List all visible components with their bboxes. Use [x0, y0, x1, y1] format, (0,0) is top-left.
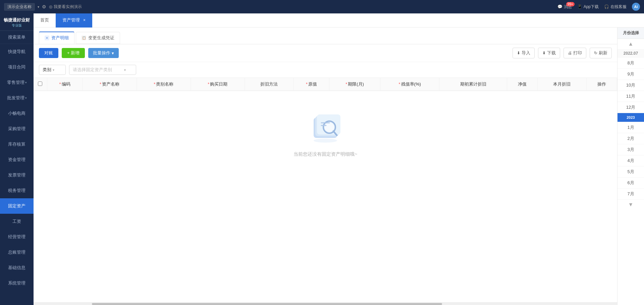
reconcile-button[interactable]: 对账 [39, 48, 58, 58]
month-selector-header: 月份选择 [618, 28, 644, 39]
user-avatar[interactable]: Ai [632, 3, 640, 11]
demo-link[interactable]: ◎ 我要看实例演示 [49, 4, 82, 10]
print-button[interactable]: 🖨 打印 [564, 48, 586, 58]
wholesale-mgmt-label: 批发管理 [7, 95, 24, 101]
month-item-nov[interactable]: 11月 [618, 91, 644, 102]
select-all-checkbox[interactable] [38, 82, 42, 86]
month-item-jul[interactable]: 7月 [618, 189, 644, 200]
empty-text: 当前您还没有固定资产明细哦~ [293, 151, 357, 157]
refresh-icon: ↻ [594, 51, 597, 55]
month-nav-up[interactable]: ▲ [618, 39, 644, 49]
demo-link-text: 我要看实例演示 [54, 4, 82, 10]
add-new-button[interactable]: + 新增 [62, 48, 85, 58]
company-dropdown-arrow[interactable]: ▾ [38, 5, 39, 9]
sidebar-item-search-menu[interactable]: 搜索菜单 [0, 31, 34, 44]
online-service-button[interactable]: 🎧 在线客服 [604, 4, 627, 10]
sub-tab-change-voucher[interactable]: 📋 变更生成凭证 [76, 32, 120, 44]
month-item-mar[interactable]: 3月 [618, 144, 644, 155]
sidebar-item-tax[interactable]: 税务管理 [0, 183, 34, 198]
sidebar-item-fixed-assets[interactable]: 固定资产 [0, 198, 34, 214]
online-service-label: 在线客服 [610, 4, 627, 10]
toolbar: 对账 + 新增 批量操作 ▾ ⬇ 导入 ⬇ 下载 [34, 44, 617, 62]
sidebar-item-basic-info[interactable]: 基础信息 [0, 260, 34, 275]
inventory-label: 库存核算 [8, 141, 25, 147]
sidebar-item-ecommerce[interactable]: 小畅电商 [0, 106, 34, 121]
year-2022-label: 2022.07 [618, 49, 644, 58]
app-download-button[interactable]: 📱 App下载 [577, 4, 599, 10]
month-item-apr[interactable]: 4月 [618, 155, 644, 166]
invoice-label: 发票管理 [8, 172, 25, 178]
month-item-may[interactable]: 5月 [618, 166, 644, 177]
message-button[interactable]: 💬 消息 99+ [557, 4, 572, 10]
ecommerce-label: 小畅电商 [8, 110, 25, 116]
tab-close-button[interactable]: × [83, 18, 86, 22]
month-item-jan[interactable]: 1月 [618, 122, 644, 133]
wholesale-dropdown-icon: ▾ [25, 96, 27, 100]
month-nav-down[interactable]: ▼ [618, 200, 644, 210]
sidebar: 畅捷通好业财 专业版 搜索菜单 快捷导航 项目合同 零售管理 ▾ 批发管理 ▾ … [0, 13, 34, 305]
asset-detail-label: 资产明细 [51, 35, 69, 41]
table-header-period-months: 期限(月) [329, 78, 380, 91]
retail-dropdown-icon: ▾ [25, 81, 27, 84]
print-icon: 🖨 [568, 51, 572, 55]
month-item-aug[interactable]: 8月 [618, 58, 644, 69]
company-selector[interactable]: 演示企业名称 [4, 3, 35, 11]
sub-tab-asset-detail[interactable]: ≡ 资产明细 [39, 32, 74, 44]
batch-ops-label: 批量操作 [93, 50, 110, 56]
horizontal-scrollbar[interactable] [34, 302, 617, 305]
category-label: 类别 [43, 67, 51, 73]
sidebar-item-wholesale-mgmt[interactable]: 批发管理 ▾ [0, 90, 34, 106]
tab-home[interactable]: 首页 [34, 13, 56, 28]
table-header-depreciation-method: 折旧方法 [245, 78, 293, 91]
change-voucher-icon: 📋 [82, 36, 86, 40]
refresh-button[interactable]: ↻ 刷新 [590, 48, 612, 58]
sidebar-item-purchase-mgmt[interactable]: 采购管理 [0, 121, 34, 137]
sidebar-item-finance[interactable]: 资金管理 [0, 152, 34, 167]
salary-label: 工资 [12, 218, 21, 224]
avatar-text: Ai [634, 5, 638, 9]
settings-icon[interactable]: ⚙ [42, 4, 46, 9]
sidebar-item-general-ledger[interactable]: 总账管理 [0, 245, 34, 260]
download-button[interactable]: ⬇ 下载 [538, 48, 560, 58]
asset-table: 编码 资产名称 类别名称 购买日期 折旧方法 原值 期限(月) 残值率(%) 期… [34, 78, 617, 91]
download-icon: ⬇ [542, 51, 546, 55]
tab-asset-mgmt[interactable]: 资产管理 × [56, 13, 92, 28]
year-2023-badge: 2023 [618, 113, 644, 122]
month-item-oct[interactable]: 10月 [618, 80, 644, 91]
month-item-feb[interactable]: 2月 [618, 133, 644, 144]
table-header-purchase-date: 购买日期 [191, 78, 245, 91]
app-download-label: App下载 [584, 4, 599, 10]
content-area: 首页 资产管理 × ≡ 资产明细 📋 变更生成凭证 [34, 13, 644, 305]
sidebar-item-salary[interactable]: 工资 [0, 214, 34, 229]
change-voucher-label: 变更生成凭证 [88, 35, 114, 41]
table-header-residual-rate: 残值率(%) [380, 78, 439, 91]
sidebar-item-project-contract[interactable]: 项目合同 [0, 59, 34, 75]
month-item-dec[interactable]: 12月 [618, 102, 644, 113]
sidebar-item-operations[interactable]: 经营管理 [0, 229, 34, 245]
table-header-original-value: 原值 [294, 78, 329, 91]
demo-icon: ◎ [49, 4, 52, 9]
import-button[interactable]: ⬇ 导入 [513, 48, 535, 58]
category-value-select[interactable]: 请选择固定资产类别 ▾ [69, 65, 136, 75]
sidebar-item-invoice[interactable]: 发票管理 [0, 167, 34, 183]
category-type-select[interactable]: 类别 ▾ [39, 65, 66, 75]
batch-ops-button[interactable]: 批量操作 ▾ [88, 48, 119, 58]
refresh-label: 刷新 [599, 50, 607, 56]
sidebar-item-inventory[interactable]: 库存核算 [0, 137, 34, 152]
sidebar-item-retail-mgmt[interactable]: 零售管理 ▾ [0, 75, 34, 90]
system-mgmt-label: 系统管理 [8, 280, 25, 286]
empty-state: 当前您还没有固定资产明细哦~ [34, 91, 617, 177]
tab-asset-mgmt-label: 资产管理 [62, 17, 80, 23]
sidebar-item-system-mgmt[interactable]: 系统管理 [0, 275, 34, 291]
sidebar-item-quick-nav[interactable]: 快捷导航 [0, 44, 34, 59]
import-label: 导入 [522, 50, 530, 56]
svg-point-5 [325, 122, 334, 132]
month-item-sep[interactable]: 9月 [618, 69, 644, 80]
operations-label: 经营管理 [8, 234, 25, 240]
fixed-assets-label: 固定资产 [8, 203, 25, 209]
page-content: ≡ 资产明细 📋 变更生成凭证 对账 + 新增 批量操作 [34, 28, 644, 305]
table-header-operations: 操作 [586, 78, 617, 91]
month-item-jun[interactable]: 6月 [618, 177, 644, 189]
search-menu-label: 搜索菜单 [8, 35, 25, 40]
table-header-net-value: 净值 [507, 78, 537, 91]
